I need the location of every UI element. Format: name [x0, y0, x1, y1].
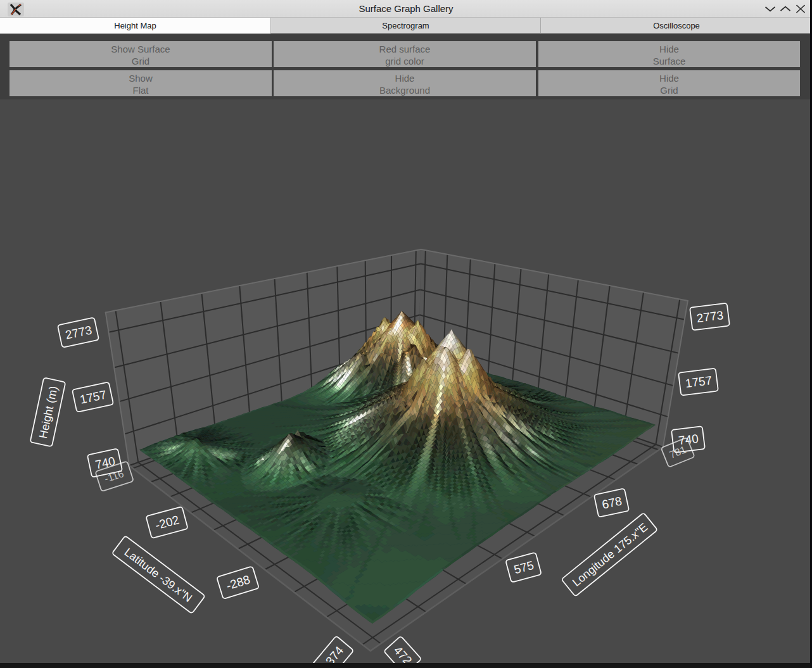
svg-text:678: 678 [600, 495, 623, 512]
svg-text:575: 575 [512, 558, 535, 576]
svg-text:740: 740 [94, 455, 116, 472]
svg-text:Latitude -39.x"N: Latitude -39.x"N [122, 546, 195, 605]
svg-text:2773: 2773 [64, 323, 93, 341]
svg-text:-374: -374 [320, 643, 346, 663]
svg-text:1757: 1757 [79, 388, 108, 406]
svg-text:472: 472 [391, 643, 415, 663]
svg-text:1757: 1757 [685, 374, 713, 390]
svg-text:-202: -202 [154, 513, 181, 532]
svg-text:2773: 2773 [696, 308, 725, 325]
svg-text:740: 740 [678, 432, 699, 448]
svg-text:-288: -288 [225, 572, 252, 592]
svg-text:Longitude 175.x"E: Longitude 175.x"E [570, 520, 650, 589]
